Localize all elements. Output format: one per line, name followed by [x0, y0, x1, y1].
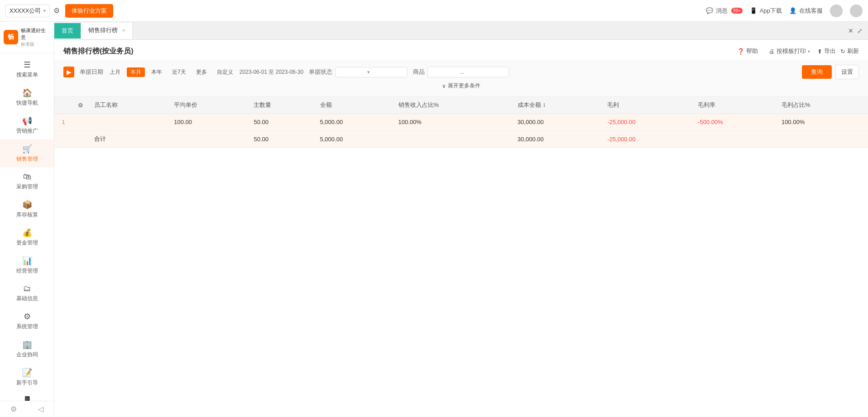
enterprise-icon: 🏢: [22, 340, 32, 350]
expand-more-conditions[interactable]: ∨ 展开更多条件: [63, 79, 859, 92]
period-custom-btn[interactable]: 自定义: [213, 67, 237, 77]
company-selector[interactable]: XXXXX公司 ▾: [5, 5, 50, 17]
export-button[interactable]: ⬆ 导出: [817, 47, 836, 55]
finance-icon: 💰: [22, 228, 32, 238]
tab-close-icon[interactable]: ×: [122, 28, 125, 33]
table-footer: 合计 50.00 5,000.00 30,000.00 -25,000.00: [54, 130, 868, 148]
page-actions: ❓ 帮助 🖨 按模板打印 ▾ ⬆ 导出 ↻: [734, 45, 859, 57]
period-more-btn[interactable]: 更多: [192, 67, 211, 77]
sidebar-collapse-button[interactable]: ◁: [38, 405, 43, 413]
sidebar-item-label: 库存核算: [16, 211, 38, 219]
status-label: 单据状态: [309, 68, 332, 76]
goods-filter: 商品 ...: [413, 67, 509, 77]
tab-active-label: 销售排行榜: [88, 26, 118, 34]
message-label: 消息: [716, 7, 728, 15]
page-title: 销售排行榜(按业务员): [63, 47, 134, 56]
goods-input[interactable]: ...: [427, 67, 509, 77]
cell-avg-price: 100.00: [168, 114, 248, 130]
window-max-icon[interactable]: ⤢: [857, 27, 863, 34]
sidebar-item-basic[interactable]: 🗂 基础信息: [0, 279, 54, 307]
sidebar-item-inventory[interactable]: 📦 库存核算: [0, 195, 54, 223]
cost-info-icon[interactable]: ℹ: [543, 102, 545, 108]
cell-rank: 1: [54, 114, 72, 130]
sidebar-item-finance[interactable]: 💰 资金管理: [0, 223, 54, 251]
window-buttons: ✕ ⤢: [843, 27, 868, 34]
sidebar-item-shortcuts[interactable]: 🏠 快捷导航: [0, 83, 54, 111]
avatar[interactable]: [830, 5, 843, 17]
date-filter: 单据日期 上月 本月 本年 近7天 更多 自定义 2023-06-01 至 20…: [80, 67, 303, 77]
chevron-down-icon: ▾: [43, 8, 46, 13]
cell-amount: 5,000.00: [315, 114, 393, 130]
tab-sales-ranking[interactable]: 销售排行榜 ×: [81, 23, 133, 39]
sidebar-item-operation[interactable]: 📊 经营管理: [0, 251, 54, 279]
sidebar-item-sales[interactable]: 🛒 销售管理: [0, 139, 54, 168]
status-select[interactable]: ▾: [335, 67, 408, 77]
main-content: 销售排行榜(按业务员) ❓ 帮助 🖨 按模板打印 ▾ ⬆: [54, 40, 868, 417]
cell-name: [89, 114, 168, 130]
footer-amount: 5,000.00: [315, 130, 393, 148]
export-label: 导出: [824, 47, 836, 55]
footer-empty2: [72, 130, 89, 148]
sidebar-settings-button[interactable]: ⚙: [10, 405, 17, 413]
refresh-button[interactable]: ↻ 刷新: [840, 47, 859, 55]
expand-chevron-icon: ∨: [442, 83, 446, 89]
avatar2[interactable]: [850, 5, 863, 17]
sidebar-item-appstore[interactable]: 📱 应用中心: [0, 391, 54, 401]
refresh-icon: ↻: [840, 48, 845, 55]
table-body: 1 100.00 50.00 5,000.00 100.00% 30,000.0…: [54, 114, 868, 130]
sidebar-item-guide[interactable]: 📝 新手引导: [0, 363, 54, 391]
sidebar-item-purchase[interactable]: 🛍 采购管理: [0, 168, 54, 195]
period-year-btn[interactable]: 本年: [148, 67, 166, 77]
help-button[interactable]: ❓ 帮助: [734, 45, 762, 57]
help-icon: ❓: [737, 48, 744, 55]
print-chevron-icon: ▾: [808, 49, 810, 54]
col-cost: 成本全额 ℹ: [512, 96, 602, 114]
footer-profit-pct: [776, 130, 868, 148]
date-range: 2023-06-01 至 2023-06-30: [240, 68, 303, 76]
sidebar-item-search[interactable]: ☰ 搜索菜单: [0, 55, 54, 83]
message-badge: 99+: [731, 8, 743, 14]
sidebar-logo: 畅 畅康通好生意 标准版: [0, 22, 54, 53]
template-print-button[interactable]: 🖨 按模板打印 ▾: [766, 45, 813, 57]
sidebar-item-label: 基础信息: [16, 295, 38, 302]
window-close-icon[interactable]: ✕: [848, 27, 854, 34]
operation-icon: 📊: [22, 256, 32, 266]
online-support-label: 在线客服: [799, 7, 823, 15]
sidebar-items: ☰ 搜索菜单 🏠 快捷导航 📢 营销推广 🛒 销售管理 🛍 采购管理: [0, 53, 54, 401]
col-qty: 主数量: [248, 96, 314, 114]
goods-more-icon[interactable]: ...: [460, 69, 464, 75]
sales-icon: 🛒: [22, 144, 32, 154]
col-amount: 全额: [315, 96, 393, 114]
sidebar-item-system[interactable]: ⚙ 系统管理: [0, 307, 54, 335]
header-settings-icon[interactable]: ⚙: [53, 6, 60, 15]
status-filter: 单据状态 ▾: [309, 67, 408, 77]
app-download-group[interactable]: 📱 App下载: [750, 7, 782, 15]
message-group[interactable]: 💬 消息 99+: [706, 7, 743, 15]
period-last-btn[interactable]: 上月: [106, 67, 124, 77]
appstore-icon: 📱: [22, 396, 32, 401]
col-settings[interactable]: ⚙: [72, 96, 89, 114]
sidebar-item-label: 销售管理: [16, 155, 38, 163]
message-icon: 💬: [706, 7, 713, 14]
footer-profit: -25,000.00: [602, 130, 692, 148]
col-rank: [54, 96, 72, 114]
table-header: ⚙ 员工名称 平均单价 主数量 全额 销售收入占比% 成本全额 ℹ 毛利 毛利率…: [54, 96, 868, 114]
online-support-group[interactable]: 👤 在线客服: [789, 7, 823, 15]
settings-button[interactable]: 设置: [835, 65, 859, 79]
filter-expand-arrow[interactable]: ▶: [63, 67, 74, 77]
period-current-btn[interactable]: 本月: [127, 67, 145, 77]
tab-home[interactable]: 首页: [54, 23, 81, 38]
support-icon: 👤: [789, 7, 796, 14]
col-profit: 毛利: [602, 96, 692, 114]
data-table: ⚙ 员工名称 平均单价 主数量 全额 销售收入占比% 成本全额 ℹ 毛利 毛利率…: [54, 96, 868, 148]
sidebar-item-label: 经营管理: [16, 267, 38, 275]
sidebar-item-enterprise[interactable]: 🏢 企业协同: [0, 335, 54, 363]
col-sales-pct: 销售收入占比%: [393, 96, 512, 114]
cell-profit-pct: 100.00%: [776, 114, 868, 130]
trial-button[interactable]: 体验行业方案: [65, 4, 113, 18]
query-button[interactable]: 查询: [802, 65, 832, 79]
sidebar-item-label: 新手引导: [16, 379, 38, 387]
period-7days-btn[interactable]: 近7天: [168, 67, 190, 77]
sidebar-item-marketing[interactable]: 📢 营销推广: [0, 111, 54, 139]
sidebar-item-label: 搜索菜单: [16, 71, 38, 79]
